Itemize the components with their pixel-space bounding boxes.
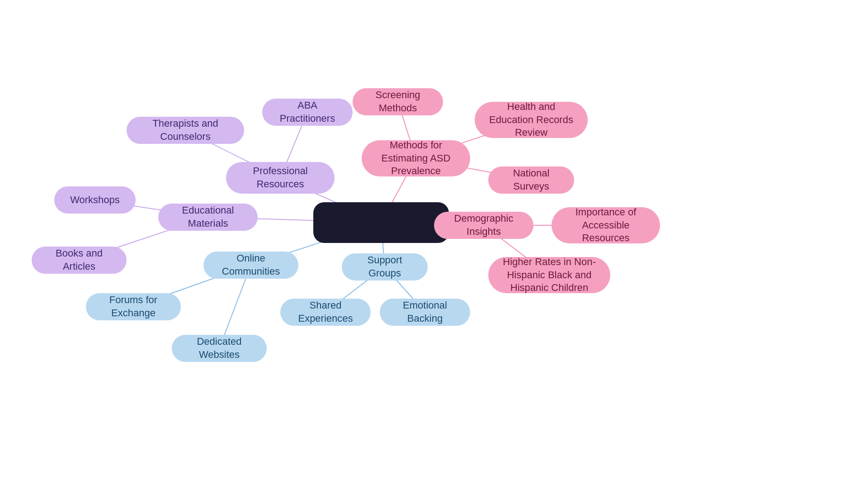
professional-resources-node: Professional Resources — [226, 162, 335, 194]
emotional-backing-node: Emotional Backing — [380, 299, 470, 326]
higher-rates-node: Higher Rates in Non-Hispanic Black and H… — [488, 257, 610, 293]
support-groups-node: Support Groups — [342, 253, 428, 281]
forums-exchange-node: Forums for Exchange — [86, 293, 181, 320]
screening-methods-node: Screening Methods — [353, 88, 443, 115]
shared-experiences-node: Shared Experiences — [280, 299, 371, 326]
therapists-counselors-node: Therapists and Counselors — [127, 117, 244, 144]
health-education-node: Health and Education Records Review — [475, 102, 588, 138]
demographic-insights-node: Demographic Insights — [434, 212, 533, 239]
online-communities-node: Online Communities — [203, 252, 298, 279]
workshops-node: Workshops — [54, 186, 136, 214]
national-surveys-node: National Surveys — [488, 167, 574, 194]
books-articles-node: Books and Articles — [32, 247, 127, 274]
center-node — [313, 202, 449, 243]
educational-materials-node: Educational Materials — [158, 204, 258, 231]
dedicated-websites-node: Dedicated Websites — [172, 335, 267, 362]
methods-estimating-node: Methods for Estimating ASD Prevalence — [362, 140, 470, 176]
aba-practitioners-node: ABA Practitioners — [262, 99, 353, 126]
importance-accessible-node: Importance of Accessible Resources — [552, 207, 660, 243]
